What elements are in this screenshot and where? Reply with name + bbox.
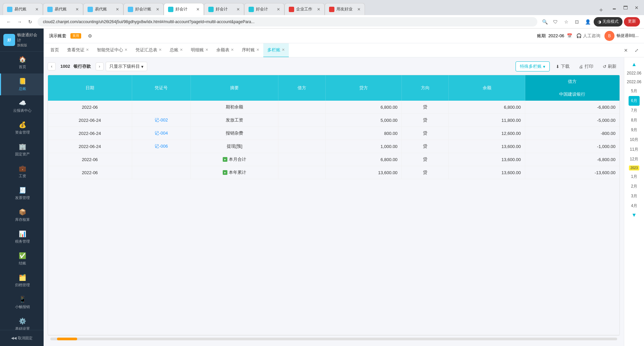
search-icon[interactable]: 🔍 — [540, 17, 549, 27]
sidebar-icon-6: 🧾 — [19, 187, 26, 194]
tab-close-button[interactable]: ✕ — [75, 7, 79, 12]
special-ledger-button[interactable]: 特殊多栏账 ▾ — [516, 61, 550, 71]
no-trace-button[interactable]: ◑ 无痕模式 — [594, 17, 623, 27]
sub-tab-close[interactable]: ✕ — [86, 48, 89, 52]
back-button[interactable]: ← — [4, 17, 13, 27]
voucher-link[interactable]: 记-006 — [155, 144, 168, 149]
sidebar-item-1[interactable]: 📒 总账 — [0, 73, 44, 95]
month-item-2023-2[interactable]: 3月 — [630, 191, 639, 201]
month-item-2022-0[interactable]: 5月 — [629, 86, 640, 96]
browser-tab-2[interactable]: 易代账 ✕ — [43, 3, 83, 15]
month-item-2023-0[interactable]: 1月 — [630, 172, 639, 182]
col-date: 日期 — [48, 75, 132, 101]
month-item-2022-4[interactable]: 9月 — [629, 125, 640, 135]
sidebar-item-2[interactable]: ☁️ 云报表中心 — [0, 95, 44, 117]
profile-icon[interactable]: 👤 — [583, 17, 592, 27]
sidebar-item-6[interactable]: 🧾 发票管理 — [0, 183, 44, 204]
sidebar-item-4[interactable]: 🏢 固定资产 — [0, 139, 44, 161]
tab-close-button[interactable]: ✕ — [156, 7, 159, 12]
panel-up-arrow[interactable]: ▲ — [630, 60, 638, 69]
address-input[interactable]: cloud2.chanjet.com/accounting/uh26t264j5… — [38, 17, 537, 27]
settings-icon[interactable]: ⚙ — [85, 31, 95, 41]
panel-down-arrow[interactable]: ▼ — [630, 211, 638, 219]
period-top-2[interactable]: 2022.06 — [624, 78, 644, 86]
sub-tab-close[interactable]: ✕ — [231, 48, 234, 52]
month-item-2022-7[interactable]: 12月 — [629, 154, 640, 164]
new-tab-button[interactable]: ＋ — [596, 4, 606, 15]
minimize-button[interactable]: 🗕 — [609, 4, 619, 12]
month-item-2023-3[interactable]: 4月 — [630, 201, 639, 211]
print-button[interactable]: 🖨 打印 — [576, 62, 597, 71]
sub-tab-余额表[interactable]: 余额表✕ — [212, 43, 238, 57]
sidebar-item-9[interactable]: ✅ 结账 — [0, 248, 44, 270]
month-item-2023-1[interactable]: 2月 — [630, 182, 639, 191]
show-sub-button[interactable]: 只显示下级科目 ▾ — [106, 62, 147, 71]
sidebar-item-5[interactable]: 💼 工资 — [0, 161, 44, 183]
maximize-button[interactable]: 🗖 — [621, 4, 631, 12]
download-button[interactable]: ⬇ 下载 — [552, 62, 573, 71]
voucher-link[interactable]: 记-002 — [155, 117, 168, 122]
sub-tab-close[interactable]: ✕ — [159, 48, 162, 52]
browser-tab-8[interactable]: 企业工作 ✕ — [284, 3, 325, 15]
sidebar-item-8[interactable]: 📊 税务管理 — [0, 226, 44, 248]
browser-tab-3[interactable]: 易代账 ✕ — [83, 3, 123, 15]
tab-close-button[interactable]: ✕ — [35, 7, 39, 12]
tab-close-button[interactable]: ✕ — [116, 7, 119, 12]
update-button[interactable]: 更新 — [624, 17, 640, 27]
close-button[interactable]: ✕ — [632, 4, 641, 12]
sub-tab-close[interactable]: ✕ — [124, 48, 127, 52]
sub-tab-总账[interactable]: 总账✕ — [166, 43, 187, 57]
shield-icon[interactable]: 🛡 — [551, 17, 560, 27]
extend-icon[interactable]: ⊡ — [572, 17, 582, 27]
tab-close-button[interactable]: ✕ — [277, 7, 280, 12]
browser-tab-5[interactable]: 好会计 ✕ — [164, 3, 204, 15]
month-item-2022-3[interactable]: 8月 — [629, 115, 640, 125]
tab-close-button[interactable]: ✕ — [236, 7, 240, 12]
period-label: 账期 2022-06 📅 — [537, 33, 572, 39]
sub-tab-多栏账[interactable]: 多栏账✕ — [263, 43, 289, 57]
sidebar-item-12[interactable]: ⚙️ 基础设置 — [0, 313, 44, 330]
sub-tab-close[interactable]: ✕ — [180, 48, 183, 52]
sub-tab-close[interactable]: ✕ — [282, 48, 285, 52]
panel-expand-button[interactable]: ⤢ — [632, 46, 641, 55]
reload-button[interactable]: ↻ — [25, 17, 35, 27]
browser-tab-4[interactable]: 好会计账 ✕ — [123, 3, 164, 15]
horizontal-scrollbar[interactable] — [50, 338, 617, 340]
forward-button[interactable]: → — [15, 17, 24, 27]
browser-tab-9[interactable]: 用友好业 ✕ — [325, 3, 365, 15]
sub-tab-明细账[interactable]: 明细账✕ — [187, 43, 212, 57]
browser-tab-6[interactable]: 好会计 ✕ — [204, 3, 244, 15]
star-icon[interactable]: ☆ — [561, 17, 571, 27]
sidebar-item-11[interactable]: 📱 小畅报销 — [0, 292, 44, 313]
sidebar-item-10[interactable]: 🗂️ 归档管理 — [0, 270, 44, 292]
sub-tab-close[interactable]: ✕ — [205, 48, 208, 52]
sub-tab-首页[interactable]: 首页 — [46, 43, 63, 57]
sub-tab-序时账[interactable]: 序时账✕ — [238, 43, 263, 57]
sidebar-item-0[interactable]: 🏠 首页 — [0, 52, 44, 73]
month-item-2022-1[interactable]: 6月 — [629, 96, 640, 106]
tab-close-button[interactable]: ✕ — [317, 7, 320, 12]
sub-tab-凭证汇总表[interactable]: 凭证汇总表✕ — [131, 43, 166, 57]
browser-tab-7[interactable]: 好会计 ✕ — [244, 3, 284, 15]
browser-tab-1[interactable]: 易代账 ✕ — [3, 3, 43, 15]
sidebar-item-7[interactable]: 📦 库存核算 — [0, 204, 44, 226]
refresh-button[interactable]: ↺ 刷新 — [599, 62, 620, 71]
consulting-button[interactable]: 🎧 人工咨询 — [576, 33, 600, 39]
tab-bar: 易代账 ✕ 易代账 ✕ 易代账 ✕ 好会计账 ✕ 好会计 ✕ 好会计 ✕ 好会计… — [3, 0, 596, 15]
sub-tab-智能凭证中心[interactable]: 智能凭证中心✕ — [93, 43, 131, 57]
sub-tab-close[interactable]: ✕ — [256, 48, 259, 52]
panel-close-button[interactable]: ✕ — [621, 46, 631, 55]
scrollbar-thumb[interactable] — [57, 338, 77, 340]
month-item-2022-5[interactable]: 10月 — [629, 135, 640, 145]
month-item-2022-6[interactable]: 11月 — [629, 145, 640, 154]
tab-close-button[interactable]: ✕ — [196, 7, 200, 12]
tab-close-button[interactable]: ✕ — [357, 7, 361, 12]
sub-tab-查看凭证[interactable]: 查看凭证✕ — [63, 43, 93, 57]
prev-account-button[interactable]: ‹ — [48, 62, 56, 70]
month-item-2022-2[interactable]: 7月 — [629, 106, 640, 115]
next-account-button[interactable]: › — [96, 62, 104, 70]
sidebar-item-3[interactable]: 💰 资金管理 — [0, 117, 44, 139]
period-top-1[interactable]: 2022.06 — [624, 69, 644, 78]
collapse-button[interactable]: ◀◀ 取消固定 — [1, 333, 42, 343]
voucher-link[interactable]: 记-004 — [155, 131, 168, 136]
